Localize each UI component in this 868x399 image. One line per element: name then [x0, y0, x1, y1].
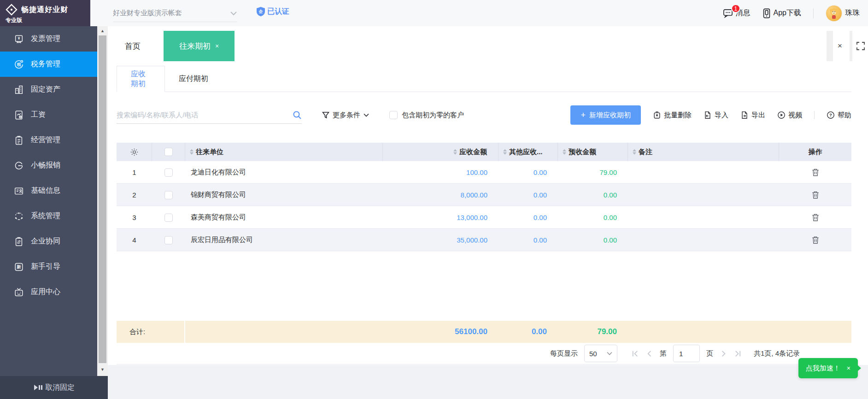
app-download-button[interactable]: App下载 [762, 8, 801, 18]
search-input[interactable] [117, 111, 282, 119]
sidebar-scrollbar[interactable]: ▲ ▼ [97, 26, 108, 376]
sidebar-item-business[interactable]: 经营管理 [0, 127, 97, 153]
header-other[interactable]: 其他应收... [499, 143, 558, 161]
more-filters-label: 更多条件 [333, 111, 360, 120]
system-icon [14, 211, 24, 221]
svg-text:企: 企 [258, 9, 264, 14]
record-summary: 共1页, 4条记录 [754, 349, 800, 358]
table-row[interactable]: 4辰宏日用品有限公司35,000.000.000.00 [117, 229, 851, 251]
header-advance-label: 预收金额 [569, 148, 596, 156]
sort-icon[interactable] [453, 149, 457, 155]
batch-delete-button[interactable]: 批量删除 [653, 111, 692, 120]
sidebar-item-system[interactable]: 系统管理 [0, 203, 97, 229]
column-settings-cell[interactable] [117, 143, 152, 161]
page-number-input[interactable] [673, 345, 700, 362]
row-checkbox-cell[interactable] [152, 184, 185, 206]
include-zero-checkbox-row[interactable]: 包含期初为零的客户 [389, 111, 464, 120]
row-checkbox[interactable] [164, 191, 173, 199]
sort-icon[interactable] [503, 149, 507, 155]
account-selector[interactable]: 好业财专业版演示帐套 [113, 5, 237, 22]
messages-button[interactable]: 消息 1 [723, 8, 751, 18]
row-index: 2 [117, 184, 152, 206]
search-icon[interactable] [293, 110, 302, 120]
video-button[interactable]: 视频 [777, 111, 802, 120]
sidebar-item-reimburse[interactable]: 小畅报销 [0, 153, 97, 178]
include-zero-checkbox[interactable] [389, 111, 398, 119]
table-row[interactable]: 2锦财商贸有限公司8,000.000.000.00 [117, 184, 851, 206]
header-advance[interactable]: 预收金额 [558, 143, 628, 161]
sidebar-item-payroll[interactable]: 工资 [0, 102, 97, 127]
select-all-cell[interactable] [152, 143, 185, 161]
fullscreen-icon[interactable] [850, 31, 868, 61]
operation-cell [779, 229, 851, 251]
more-filters-button[interactable]: 更多条件 [322, 111, 369, 120]
row-checkbox-cell[interactable] [152, 161, 185, 184]
table-row[interactable]: 3森美商贸有限公司13,000.000.000.00 [117, 206, 851, 229]
row-checkbox[interactable] [164, 214, 173, 222]
close-icon[interactable]: × [847, 364, 850, 372]
sidebar-item-app-center[interactable]: 应用中心 [0, 279, 97, 305]
export-button[interactable]: 导出 [740, 111, 765, 120]
help-button[interactable]: ? 帮助 [827, 111, 851, 120]
advance-amount: 0.00 [558, 229, 628, 251]
advance-amount: 0.00 [558, 206, 628, 229]
sidebar-item-collab[interactable]: 企业协同 [0, 229, 97, 254]
row-checkbox-cell[interactable] [152, 206, 185, 229]
last-page-icon[interactable] [734, 350, 742, 358]
import-button[interactable]: 导入 [704, 111, 728, 120]
sidebar-item-guide[interactable]: 新新手引导 [0, 254, 97, 279]
sidebar-item-fixed-assets[interactable]: 固定资产 [0, 77, 97, 102]
header-receivable-label: 应收金额 [459, 148, 487, 156]
sidebar-item-invoice[interactable]: ¥发票管理 [0, 26, 97, 52]
receivable-amount: 100.00 [383, 161, 499, 184]
sidebar-item-basic-info[interactable]: 基础信息 [0, 178, 97, 203]
operation-cell [779, 161, 851, 184]
gear-icon[interactable] [130, 148, 139, 156]
first-page-icon[interactable] [631, 350, 639, 358]
sort-icon[interactable] [633, 149, 636, 155]
row-checkbox-cell[interactable] [152, 229, 185, 251]
page-size-select[interactable]: 50 [584, 345, 617, 362]
speed-up-button[interactable]: 点我加速！ × [798, 358, 858, 378]
tab-home[interactable]: 首页 [113, 31, 152, 61]
sort-icon[interactable] [563, 149, 566, 155]
delete-row-icon[interactable] [811, 213, 820, 222]
tab-receivable-opening[interactable]: 应收期初 [117, 66, 165, 92]
header-receivable[interactable]: 应收金额 [383, 143, 499, 161]
table-row[interactable]: 1龙迪日化有限公司100.000.0079.00 [117, 161, 851, 184]
svg-text:新: 新 [16, 264, 21, 269]
prev-page-icon[interactable] [645, 350, 653, 358]
brand-title: 畅捷通好业财 [21, 5, 68, 15]
help-icon: ? [827, 111, 835, 119]
collab-icon [14, 237, 24, 247]
next-page-icon[interactable] [720, 350, 727, 358]
totals-note-cell [628, 321, 779, 343]
unpin-sidebar-button[interactable]: 取消固定 [0, 376, 108, 399]
header-partner-label: 往来单位 [196, 148, 223, 156]
select-all-checkbox[interactable] [164, 148, 173, 156]
scroll-up-icon[interactable]: ▲ [97, 27, 108, 35]
tab-close-icon[interactable]: × [215, 42, 219, 50]
add-receivable-button[interactable]: + 新增应收期初 [570, 105, 641, 125]
header-note[interactable]: 备注 [628, 143, 779, 161]
delete-row-icon[interactable] [811, 168, 820, 177]
app-center-icon [14, 287, 24, 297]
verified-label: 已认证 [267, 7, 289, 17]
tab-payable-opening[interactable]: 应付期初 [165, 66, 222, 92]
row-checkbox[interactable] [164, 168, 173, 177]
search-box [117, 106, 302, 124]
delete-row-icon[interactable] [811, 236, 820, 244]
scroll-down-icon[interactable]: ▼ [97, 366, 108, 373]
receivable-amount: 13,000.00 [383, 206, 499, 229]
delete-row-icon[interactable] [811, 191, 820, 199]
tab-partner-opening[interactable]: 往来期初 × [164, 31, 235, 61]
sidebar-item-tax[interactable]: 税税务管理 [0, 52, 97, 77]
chevron-down-icon [364, 113, 369, 117]
header-partner[interactable]: 往来单位 [185, 143, 383, 161]
sort-icon[interactable] [190, 149, 194, 155]
close-all-tabs-button[interactable]: × [827, 31, 847, 61]
scrollbar-thumb[interactable] [99, 35, 106, 363]
user-menu[interactable]: 珠珠 [826, 5, 860, 22]
advance-amount: 79.00 [558, 161, 628, 184]
row-checkbox[interactable] [164, 236, 173, 244]
